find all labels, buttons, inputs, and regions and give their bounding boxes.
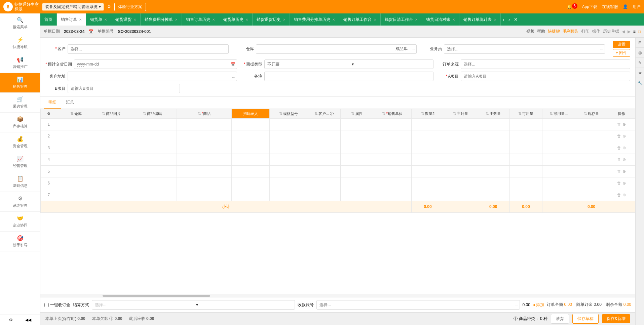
row-cell[interactable] [57, 177, 95, 189]
row-cell[interactable] [477, 154, 509, 166]
rp-btn-2[interactable]: ◎ [636, 48, 644, 58]
attach-button[interactable]: + 附件 [613, 49, 630, 57]
sidebar-item-search[interactable]: 🔍 搜索菜单 [0, 13, 40, 33]
copy-icon[interactable]: ⊕ [622, 193, 626, 197]
sidebar-item-finance[interactable]: 💰 资金管理 [0, 132, 40, 152]
row-cell[interactable] [231, 119, 270, 130]
tab-sales-return[interactable]: 销货退货 ✕ [111, 13, 141, 26]
customer-address-wrapper[interactable]: … [68, 72, 237, 81]
app-download-link[interactable]: App下载 [582, 4, 597, 10]
row-cell[interactable] [411, 119, 444, 130]
rp-btn-5[interactable]: 🔧 [636, 78, 644, 88]
a-project-input[interactable] [461, 73, 630, 80]
delivery-date-wrapper[interactable]: 📅 [74, 59, 237, 69]
tab-sales-workbench[interactable]: 销售订单工作台 ✕ [339, 13, 381, 26]
row-cell[interactable] [575, 177, 608, 189]
row-cell[interactable] [177, 166, 231, 177]
sidebar-item-inventory[interactable]: 📦 库存核算 [0, 113, 40, 132]
row-cell[interactable] [542, 177, 575, 189]
row-cell[interactable] [57, 119, 95, 130]
th-warehouse[interactable]: ⇅仓库 [57, 109, 95, 119]
receipt-account-wrapper[interactable]: … [316, 300, 520, 310]
tab-summary[interactable]: 汇总 [61, 97, 79, 109]
row-cell[interactable] [128, 119, 177, 130]
row-cell[interactable] [575, 130, 608, 142]
rp-btn-3[interactable]: ✎ [636, 58, 644, 68]
row-cell[interactable] [95, 154, 128, 166]
system-name[interactable]: 装备及固定资产辅助管理系统 ▾ [42, 3, 104, 11]
view-btn[interactable]: 视频 [526, 29, 534, 34]
notes-wrapper[interactable] [264, 72, 434, 81]
sidebar-item-quicknav[interactable]: ⚡ 快捷导航 [0, 33, 40, 53]
row-cell[interactable] [575, 154, 608, 166]
th-product-image[interactable]: ⇅商品图片 [95, 109, 128, 119]
row-cell[interactable] [373, 154, 412, 166]
row-cell[interactable] [231, 189, 270, 201]
notification-icon[interactable]: 🔔6 [567, 4, 577, 9]
delete-icon[interactable]: 🗑 [617, 146, 621, 150]
row-cell[interactable] [373, 189, 412, 201]
sidebar-settings-icon[interactable]: ⚙ [9, 318, 13, 322]
delete-icon[interactable]: 🗑 [617, 134, 621, 138]
th-avail-qty2[interactable]: ⇅可用量... [542, 109, 575, 119]
row-cell[interactable] [444, 119, 477, 130]
rp-btn-4[interactable]: ★ [636, 68, 644, 78]
row-cell[interactable] [373, 130, 412, 142]
row-cell[interactable] [411, 189, 444, 201]
row-cell[interactable] [270, 119, 308, 130]
tab-close-icon[interactable]: ✕ [374, 18, 376, 22]
row-cell[interactable] [308, 119, 340, 130]
row-cell[interactable] [308, 189, 340, 201]
copy-icon[interactable]: ⊕ [622, 181, 626, 186]
tab-sales-expense[interactable]: 销售费用分摊单 ✕ [141, 13, 182, 26]
row-cell[interactable] [270, 130, 308, 142]
customer-input[interactable] [68, 46, 222, 52]
sidebar-item-sales[interactable]: 📊 销售管理 [0, 73, 40, 93]
row-cell[interactable] [411, 166, 444, 177]
th-avail-qty[interactable]: ⇅可用量 [509, 109, 542, 119]
sidebar-item-marketing[interactable]: 📢 营销推广 [0, 53, 40, 73]
tab-sales-bill[interactable]: 销货单 ✕ [86, 13, 111, 26]
row-cell[interactable] [411, 142, 444, 154]
row-cell[interactable] [509, 189, 542, 201]
row-cell[interactable] [411, 154, 444, 166]
tab-close-icon[interactable]: ✕ [134, 18, 136, 22]
row-cell[interactable] [308, 154, 340, 166]
operation-btn[interactable]: 操作 [592, 29, 600, 34]
tab-close-icon[interactable]: ✕ [175, 18, 178, 22]
add-button[interactable]: ● 添加 [533, 302, 544, 308]
row-cell[interactable] [95, 166, 128, 177]
invoice-type-wrapper[interactable]: 不开票 ▾ [264, 59, 434, 69]
row-cell[interactable] [542, 154, 575, 166]
row-actions[interactable]: 🗑 ⊕ [608, 189, 635, 201]
save-new-button[interactable]: 保存&新增 [602, 314, 630, 323]
order-source-input[interactable] [461, 61, 630, 68]
row-cell[interactable] [341, 189, 373, 201]
row-actions[interactable]: 🗑 ⊕ [608, 119, 635, 130]
one-click-checkbox[interactable] [44, 303, 49, 307]
save-draft-button[interactable]: 保存草稿 [572, 314, 599, 324]
delivery-date-input[interactable] [74, 61, 229, 68]
row-cell[interactable] [57, 166, 95, 177]
row-cell[interactable] [509, 119, 542, 130]
row-cell[interactable] [477, 177, 509, 189]
tab-sales-bill-history[interactable]: 销货单历史 ✕ [219, 13, 253, 26]
row-cell[interactable] [270, 154, 308, 166]
row-cell[interactable] [477, 119, 509, 130]
payment-method-wrapper[interactable]: 选择... ▾ [92, 300, 295, 310]
row-cell[interactable] [95, 130, 128, 142]
delete-icon[interactable]: 🗑 [617, 193, 621, 197]
tab-sales-order[interactable]: 销售订单 ✕ [57, 13, 86, 26]
help-btn[interactable]: 帮助 [537, 29, 545, 34]
row-cell[interactable] [477, 189, 509, 201]
sidebar-item-enterprise[interactable]: 🤝 企业协同 [0, 212, 40, 232]
row-cell[interactable] [444, 166, 477, 177]
row-cell[interactable] [57, 154, 95, 166]
delete-icon[interactable]: 🗑 [617, 122, 621, 127]
th-product[interactable]: ⇅*商品 [177, 109, 231, 119]
sidebar-item-operation[interactable]: 📈 经营管理 [0, 152, 40, 172]
sidebar-item-purchase[interactable]: 🛒 采购管理 [0, 93, 40, 113]
tab-close-icon[interactable]: ✕ [452, 18, 455, 22]
tab-close-icon[interactable]: ✕ [104, 18, 107, 22]
row-cell[interactable] [128, 177, 177, 189]
